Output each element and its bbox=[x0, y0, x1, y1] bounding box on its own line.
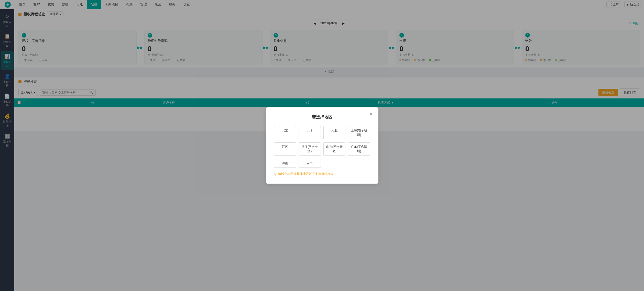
modal-title: 请选择地区 bbox=[274, 115, 370, 120]
region-btn-hainan[interactable]: 海南 bbox=[274, 159, 296, 168]
modal-close-button[interactable]: ✕ bbox=[368, 111, 374, 117]
warning-icon: ⓘ bbox=[274, 172, 277, 176]
region-btn-guangdong[interactable]: 广东(不含深圳) bbox=[348, 142, 370, 156]
modal-warning: ⓘ 除以上地区外其他地区暂不支持报税检查！ bbox=[274, 172, 370, 176]
region-btn-beijing[interactable]: 北京 bbox=[274, 126, 296, 139]
region-row-2: 江苏 浙江(不含宁波) 山东(不含青岛) 广东(不含深圳) bbox=[274, 142, 370, 156]
warning-text: 除以上地区外其他地区暂不支持报税检查！ bbox=[278, 172, 336, 176]
region-btn-empty-2 bbox=[348, 159, 370, 168]
region-row-3: 海南 云南 bbox=[274, 159, 370, 168]
region-btn-shandong[interactable]: 山东(不含青岛) bbox=[323, 142, 346, 156]
region-btn-shanghai[interactable]: 上海(电子税局) bbox=[348, 126, 370, 139]
region-btn-tianjin[interactable]: 天津 bbox=[299, 126, 321, 139]
region-btn-yunnan[interactable]: 云南 bbox=[299, 159, 321, 168]
region-btn-hebei[interactable]: 河北 bbox=[323, 126, 346, 139]
region-btn-empty-1 bbox=[323, 159, 346, 168]
region-row-1: 北京 天津 河北 上海(电子税局) bbox=[274, 126, 370, 139]
region-select-modal: ✕ 请选择地区 北京 天津 河北 上海(电子税局) 江苏 浙江(不含宁波) 山东… bbox=[266, 107, 378, 184]
modal-overlay[interactable]: ✕ 请选择地区 北京 天津 河北 上海(电子税局) 江苏 浙江(不含宁波) 山东… bbox=[0, 0, 644, 291]
region-btn-jiangsu[interactable]: 江苏 bbox=[274, 142, 296, 156]
region-btn-zhejiang[interactable]: 浙江(不含宁波) bbox=[299, 142, 321, 156]
